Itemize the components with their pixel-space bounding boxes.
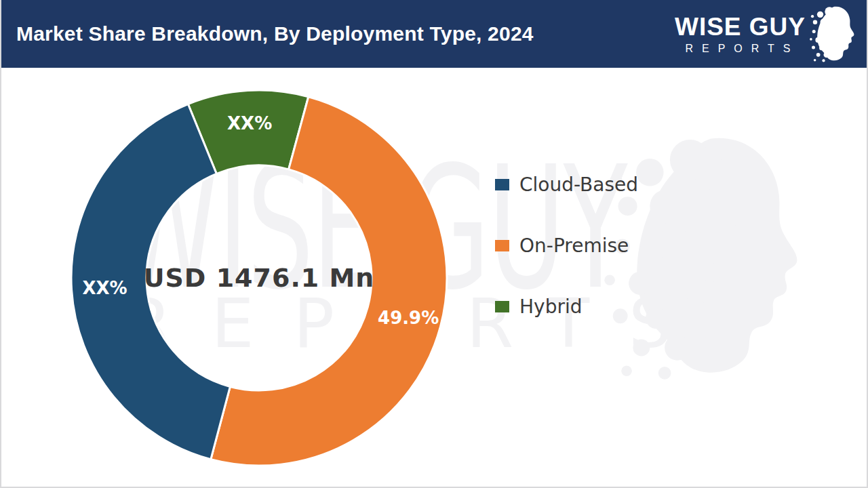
legend-swatch-hybrid: [495, 301, 509, 312]
legend-label: On-Premise: [519, 235, 629, 257]
legend-label: Hybrid: [519, 296, 582, 318]
legend-item-on-premise: On-Premise: [495, 235, 638, 257]
logo-subtext: REPORTS: [681, 43, 799, 54]
segment-value-label: XX%: [227, 113, 272, 134]
logo-face-icon: [807, 5, 856, 63]
legend-swatch-on-premise: [495, 240, 509, 251]
segment-value-label: XX%: [82, 278, 127, 298]
logo-wordmark: WISE GUY: [675, 14, 806, 39]
logo-text: WISE GUY REPORTS: [675, 14, 806, 54]
segment-value-label: 49.9%: [378, 308, 439, 328]
donut-center-value: USD 1476.1 Mn: [144, 263, 375, 293]
legend-swatch-cloud-based: [495, 179, 509, 190]
report-card: Market Share Breakdown, By Deployment Ty…: [0, 0, 868, 488]
legend-label: Cloud-Based: [519, 174, 638, 196]
chart-area: WISE GUY REPORTS XX%49.9%XX% USD 1476.1 …: [1, 68, 867, 487]
wiseguy-logo: WISE GUY REPORTS: [675, 5, 856, 63]
page-title: Market Share Breakdown, By Deployment Ty…: [16, 22, 534, 45]
legend-item-cloud-based: Cloud-Based: [495, 174, 638, 196]
donut-chart: XX%49.9%XX%: [1, 68, 867, 487]
header: Market Share Breakdown, By Deployment Ty…: [1, 0, 867, 68]
legend: Cloud-Based On-Premise Hybrid: [495, 174, 638, 357]
legend-item-hybrid: Hybrid: [495, 296, 638, 318]
